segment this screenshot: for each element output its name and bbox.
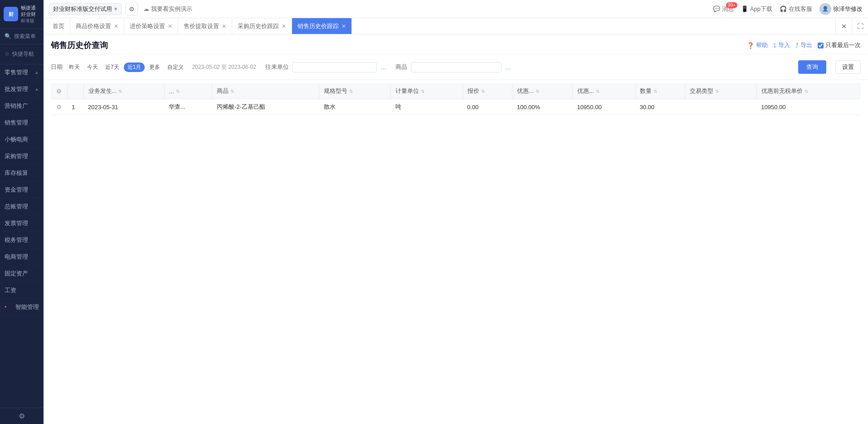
sidebar-settings-icon[interactable]: ⚙: [19, 412, 25, 420]
col-discount2[interactable]: 优惠... ⇅: [572, 83, 635, 99]
message-badge: 99+: [726, 2, 737, 8]
sidebar-item-accounting[interactable]: 总账管理: [0, 198, 44, 215]
sidebar-item-finance[interactable]: 资金管理: [0, 182, 44, 198]
import-link[interactable]: ⤵ 导入: [773, 41, 790, 49]
row-biz-date: 2023-05-31: [83, 99, 164, 115]
date-btn-today[interactable]: 今天: [84, 63, 101, 72]
topbar: 好业财标准版交付试用 ▾ ⚙ ☁ 我要看实例演示 💬 消息 99+ 📱 App下…: [44, 0, 868, 18]
search-icon: 🔍: [5, 33, 11, 39]
col-notax-price[interactable]: 优惠前无税单价 ⇅: [756, 83, 861, 99]
col-price[interactable]: 报价 ⇅: [463, 83, 512, 99]
tab-purchase-strategy[interactable]: 进价策略设置 ✕: [124, 18, 178, 34]
only-last-checkbox[interactable]: [818, 43, 824, 48]
assets-label: 固定资产: [5, 270, 28, 278]
sidebar-item-assets[interactable]: 固定资产: [0, 265, 44, 282]
user-menu[interactable]: 👤 徐泽华修改: [819, 3, 863, 15]
export-icon: ⤴: [795, 42, 799, 49]
sidebar-item-salary[interactable]: 工资: [0, 282, 44, 299]
sidebar-item-ecommerce-small[interactable]: 小畅电商: [0, 131, 44, 148]
accounting-label: 总账管理: [5, 202, 28, 211]
sidebar-item-smart[interactable]: 智能管理: [0, 299, 44, 316]
col-discount1[interactable]: 优惠... ⇅: [512, 83, 573, 99]
sidebar-item-retail[interactable]: 零售管理 ▲: [0, 64, 44, 81]
inventory-label: 库存核算: [5, 169, 28, 177]
date-btn-yesterday[interactable]: 昨天: [66, 63, 83, 72]
tab-sales-history-close[interactable]: ✕: [341, 23, 346, 29]
col-spec[interactable]: 规格型号 ⇅: [319, 83, 391, 99]
sidebar-item-inventory[interactable]: 库存核算: [0, 165, 44, 182]
sidebar-search[interactable]: 🔍 搜索菜单: [0, 29, 44, 44]
sidebar-item-purchase[interactable]: 采购管理: [0, 148, 44, 165]
tab-sale-extract-close[interactable]: ✕: [222, 23, 226, 29]
search-button[interactable]: 查询: [798, 60, 826, 74]
date-filter-group: 日期 昨天 今天 近7天 近1月 更多 自定义 2023-05-02 至 202…: [51, 63, 256, 72]
date-btn-last1m[interactable]: 近1月: [124, 63, 145, 72]
purchase-label: 采购管理: [5, 152, 28, 160]
table-settings-icon[interactable]: ⚙: [56, 88, 62, 95]
maximize-window-button[interactable]: ⛶: [852, 18, 868, 34]
col-qty[interactable]: 数量 ⇅: [635, 83, 685, 99]
sidebar-item-invoice[interactable]: 发票管理: [0, 215, 44, 232]
filter-settings-button[interactable]: 设置: [835, 60, 861, 74]
tab-sale-extract[interactable]: 售价提取设置 ✕: [178, 18, 232, 34]
topbar-settings-button[interactable]: ⚙: [125, 3, 138, 15]
tab-sales-history-label: 销售历史价跟踪: [297, 22, 339, 30]
version-selector-label: 好业财标准版交付试用: [53, 5, 112, 13]
sort-spec-icon: ⇅: [349, 89, 353, 94]
col-deal-type[interactable]: 交易类型 ⇅: [685, 83, 756, 99]
app-name: 畅捷通好业财: [21, 5, 40, 18]
sidebar-nav: ☆ 快捷导航: [0, 44, 44, 64]
tab-product-price-label: 商品价格设置: [76, 22, 111, 30]
help-link[interactable]: ❓ 帮助: [747, 41, 768, 49]
only-last-label: 只看最后一次: [825, 41, 861, 49]
product-input[interactable]: [415, 64, 497, 71]
col-unit[interactable]: 计量单位 ⇅: [391, 83, 463, 99]
tab-sales-history[interactable]: 销售历史价跟踪 ✕: [292, 18, 352, 34]
app-download-action[interactable]: 📱 App下载: [741, 5, 772, 13]
row-product: 丙烯酸-2-乙基己酯: [212, 99, 319, 115]
date-btn-last7[interactable]: 近7天: [102, 63, 122, 72]
online-service-action[interactable]: 🎧 在线客服: [780, 5, 812, 13]
sidebar-logo: 财 畅捷通好业财 标准版: [0, 0, 44, 29]
col-product[interactable]: 商品 ⇅: [212, 83, 319, 99]
demo-link[interactable]: ☁ 我要看实例演示: [143, 5, 192, 13]
headset-icon: 🎧: [780, 5, 787, 12]
demo-icon: ☁: [143, 5, 149, 12]
date-btn-custom[interactable]: 自定义: [165, 63, 186, 72]
app-sub: 标准版: [21, 18, 40, 24]
tab-home[interactable]: 首页: [47, 18, 70, 34]
sidebar-item-wholesale[interactable]: 批发管理 ▲: [0, 81, 44, 98]
smart-label: 智能管理: [15, 303, 39, 311]
sidebar-nav-quicknav[interactable]: ☆ 快捷导航: [0, 47, 44, 61]
tab-product-price-close[interactable]: ✕: [114, 23, 118, 29]
sidebar-item-tax[interactable]: 税务管理: [0, 232, 44, 249]
row-gear[interactable]: ⚙: [51, 99, 67, 115]
product-more-btn[interactable]: …: [505, 64, 511, 71]
tab-purchase-history[interactable]: 采购历史价跟踪 ✕: [232, 18, 292, 34]
finance-label: 资金管理: [5, 186, 28, 194]
date-btn-more[interactable]: 更多: [146, 63, 163, 72]
filter-bar: 日期 昨天 今天 近7天 近1月 更多 自定义 2023-05-02 至 202…: [44, 55, 868, 80]
col-biz-date[interactable]: 业务发生... ⇅: [83, 83, 164, 99]
only-last-checkbox-label[interactable]: 只看最后一次: [818, 41, 861, 49]
source-more-btn[interactable]: …: [380, 64, 386, 71]
page-header-actions: ❓ 帮助 ⤵ 导入 ⤴ 导出 只看最后一次: [747, 41, 861, 49]
version-selector[interactable]: 好业财标准版交付试用 ▾: [49, 3, 122, 15]
sort-product-icon: ⇅: [230, 89, 234, 94]
col-more[interactable]: ... ⇅: [164, 83, 212, 99]
tab-purchase-history-close[interactable]: ✕: [282, 23, 286, 29]
sidebar-item-marketing[interactable]: 营销推广: [0, 98, 44, 115]
close-window-button[interactable]: ✕: [835, 18, 852, 34]
export-link[interactable]: ⤴ 导出: [795, 41, 812, 49]
row-spec: 散水: [319, 99, 391, 115]
app-icon: 📱: [741, 5, 748, 12]
sidebar-item-ecommerce[interactable]: 电商管理: [0, 249, 44, 265]
source-input[interactable]: [297, 64, 373, 71]
product-filter-group: 商品 …: [395, 62, 511, 72]
tab-purchase-strategy-close[interactable]: ✕: [168, 23, 172, 29]
row-more-col: 华查...: [164, 99, 212, 115]
row-gear-icon: ⚙: [56, 104, 62, 111]
tab-product-price[interactable]: 商品价格设置 ✕: [70, 18, 124, 34]
message-action[interactable]: 💬 消息 99+: [713, 5, 734, 13]
sidebar-item-sales[interactable]: 销售管理: [0, 115, 44, 131]
